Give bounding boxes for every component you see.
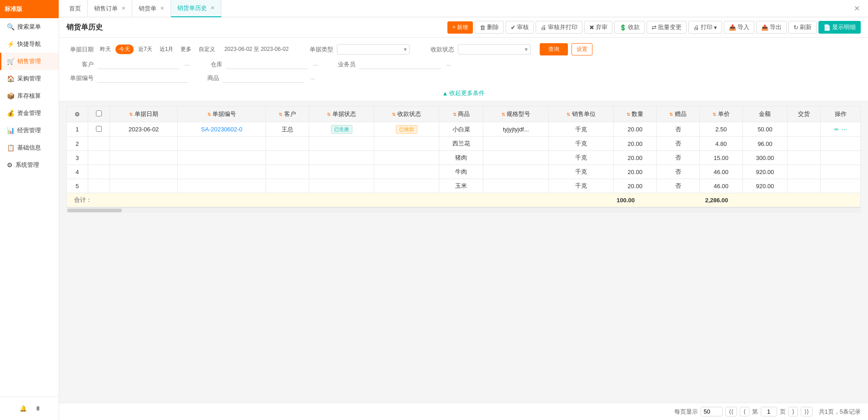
row-doc-no[interactable]	[177, 179, 266, 193]
scroll-bar[interactable]	[66, 207, 861, 213]
row-qty: 20.00	[613, 137, 657, 151]
goods-ellipsis[interactable]: ···	[308, 75, 317, 82]
date-btn-yesterday[interactable]: 昨天	[97, 45, 114, 54]
print-button[interactable]: 🖨 打印 ▾	[688, 21, 722, 34]
row-collect-status: 已收款	[374, 122, 439, 137]
row-unit-price: 46.00	[700, 179, 743, 193]
row-checkbox-input[interactable]	[96, 126, 102, 132]
close-all-tabs[interactable]: ✕	[849, 4, 864, 13]
staff-ellipsis[interactable]: ···	[445, 61, 453, 68]
sidebar-item-basic-info[interactable]: 📋 基础信息	[0, 139, 59, 156]
customer-input[interactable]	[97, 60, 179, 69]
review-print-button[interactable]: 🖨 审核并打印	[536, 21, 582, 34]
settings-icon: ⚙	[75, 111, 80, 118]
tab-sales-history[interactable]: 销货单历史 ✕	[171, 0, 221, 17]
edit-action[interactable]: ✏	[833, 126, 840, 133]
col-date[interactable]: ⇅ 单据日期	[110, 106, 178, 122]
total-info: 共1页，5条记录	[819, 408, 861, 416]
review-button[interactable]: ✔ 审核	[506, 21, 534, 34]
tab-close-sales-history[interactable]: ✕	[211, 5, 215, 11]
row-doc-no[interactable]: SA-20230602-0	[177, 122, 266, 137]
collapse-button[interactable]: ▲ 收起更多条件	[66, 87, 861, 101]
sidebar-item-finance[interactable]: 💰 资金管理	[0, 105, 59, 122]
new-button[interactable]: + 新增	[447, 21, 473, 34]
sidebar-item-quick-nav[interactable]: ⚡ 快捷导航	[0, 35, 59, 53]
next-page-button[interactable]: ⟩	[788, 407, 798, 416]
col-qty[interactable]: ⇅ 数量	[613, 106, 657, 122]
collect-button[interactable]: 💲 收款	[614, 21, 645, 34]
export-button[interactable]: 📤 导出	[756, 21, 787, 34]
doc-no-input[interactable]	[97, 74, 188, 83]
col-gift[interactable]: ⇅ 赠品	[657, 106, 700, 122]
prev-page-button[interactable]: ⟨	[740, 407, 749, 416]
more-action[interactable]: ⋯	[840, 126, 848, 133]
row-checkbox[interactable]	[88, 122, 110, 137]
sidebar-item-inventory[interactable]: 📦 库存核算	[0, 87, 59, 105]
review-print-icon: 🖨	[541, 24, 547, 31]
sidebar-item-system[interactable]: ⚙ 系统管理	[0, 156, 59, 174]
show-detail-button[interactable]: 📄 显示明细	[818, 21, 861, 34]
warehouse-ellipsis[interactable]: ···	[311, 61, 320, 68]
row-checkbox[interactable]	[88, 151, 110, 165]
col-amount[interactable]: 金额	[743, 106, 788, 122]
last-page-button[interactable]: ⟩⟩	[801, 407, 813, 416]
warehouse-input[interactable]	[226, 60, 308, 69]
abandon-button[interactable]: ✖ 弃审	[584, 21, 612, 34]
row-checkbox[interactable]	[88, 179, 110, 193]
scroll-thumb[interactable]	[67, 209, 122, 212]
sidebar-notify[interactable]: 🔔 ⏸	[0, 400, 59, 416]
col-collect-status[interactable]: ⇅ 收款状态	[374, 106, 439, 122]
row-checkbox[interactable]	[88, 165, 110, 179]
row-doc-no[interactable]	[177, 165, 266, 179]
col-unit-price[interactable]: ⇅ 单价	[700, 106, 743, 122]
row-doc-no[interactable]	[177, 151, 266, 165]
sidebar-item-search[interactable]: 🔍 搜索菜单	[0, 18, 59, 35]
row-unit: 千克	[548, 137, 613, 151]
page-number-input[interactable]: 1	[761, 407, 777, 416]
date-btn-7days[interactable]: 近7天	[135, 45, 155, 54]
staff-input[interactable]	[359, 60, 441, 69]
col-goods[interactable]: ⇅ 商品	[439, 106, 483, 122]
col-doc-no[interactable]: ⇅ 单据编号	[177, 106, 266, 122]
tab-sales-order[interactable]: 销售订单 ✕	[88, 0, 132, 17]
tab-home[interactable]: 首页	[63, 0, 88, 17]
date-btn-1month[interactable]: 近1月	[157, 45, 176, 54]
col-doc-status[interactable]: ⇅ 单据状态	[309, 106, 374, 122]
col-unit[interactable]: ⇅ 销售单位	[548, 106, 613, 122]
sidebar-item-operations[interactable]: 📊 经营管理	[0, 122, 59, 139]
sidebar-item-sales[interactable]: 🛒 销售管理	[0, 53, 59, 70]
col-settings[interactable]: ⚙	[67, 106, 88, 122]
row-checkbox[interactable]	[88, 137, 110, 151]
import-button[interactable]: 📥 导入	[724, 21, 754, 34]
date-btn-more[interactable]: 更多	[178, 45, 194, 54]
refresh-button[interactable]: ↻ 刷新	[788, 21, 817, 34]
tab-sales-delivery[interactable]: 销货单 ✕	[132, 0, 171, 17]
per-page-label: 每页显示	[674, 408, 698, 416]
settings-button[interactable]: 设置	[572, 43, 592, 55]
first-page-button[interactable]: ⟨⟨	[725, 407, 737, 416]
goods-input[interactable]	[223, 74, 305, 83]
page-size-select[interactable]: 50 100	[701, 407, 722, 416]
print-dropdown-icon: ▾	[714, 24, 717, 31]
delete-button[interactable]: 🗑 删除	[475, 21, 504, 34]
collect-status-select[interactable]	[458, 44, 531, 55]
row-collect-status	[374, 137, 439, 151]
select-all-checkbox[interactable]	[96, 110, 102, 116]
date-btn-today[interactable]: 今天	[115, 45, 134, 54]
col-spec[interactable]: ⇅ 规格型号	[483, 106, 548, 122]
customer-label: 客户	[66, 60, 94, 69]
filter-area: 单据日期 昨天 今天 近7天 近1月 更多 自定义 2023-06-02 至 2…	[59, 38, 868, 101]
date-btn-custom[interactable]: 自定义	[196, 45, 218, 54]
sidebar-item-purchase[interactable]: 🏠 采购管理	[0, 70, 59, 87]
tab-close-sales-order[interactable]: ✕	[121, 5, 125, 11]
table-row: 5 玉米 千克 20.00 否 46.00 920.00	[67, 179, 861, 193]
customer-ellipsis[interactable]: ···	[183, 61, 191, 68]
row-doc-no[interactable]	[177, 137, 266, 151]
doc-type-select[interactable]	[337, 44, 410, 55]
col-customer[interactable]: ⇅ 客户	[266, 106, 309, 122]
tab-close-sales-delivery[interactable]: ✕	[160, 5, 164, 11]
batch-change-button[interactable]: ⇄ 批量变更	[647, 21, 687, 34]
col-checkbox[interactable]	[88, 106, 110, 122]
col-trade[interactable]: 交货	[788, 106, 821, 122]
query-button[interactable]: 查询	[540, 43, 568, 55]
